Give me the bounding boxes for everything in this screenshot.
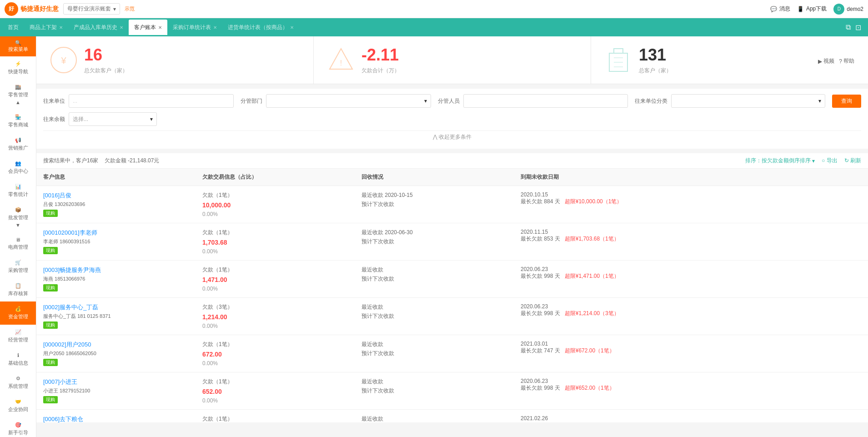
collapse-label: 收起更多条件 [439,134,472,140]
overdue-amount-3[interactable]: 超限¥1,214.00（3笔） [565,310,619,316]
sidebar-item-wholesale[interactable]: 📦 批发管理 ▼ [0,202,36,232]
overdue-amount-2[interactable]: 超限¥1,471.00（1笔） [565,273,619,279]
sidebar-item-basic-info-label: 基础信息 [8,360,28,367]
overdue-amount-4[interactable]: 超限¥672.00（1笔） [565,347,615,354]
main-layout: 🔍 搜索菜单 ⚡ 快捷导航 🏬 零售管理 ▲ 🏪 零售商城 📢 营销推广 � [0,36,868,437]
sidebar-item-guide[interactable]: 🎯 新手引导 [0,417,36,437]
sidebar-item-ecommerce[interactable]: 🖥 电商管理 [0,232,36,255]
balance-select[interactable]: 选择... ▾ [69,112,157,126]
overdue-amount-6[interactable]: 超限¥455.90（1笔） [565,422,615,422]
filter-group-source-unit: 往来单位 ... [43,94,234,108]
sidebar-item-inventory-label: 库存核算 [8,290,28,297]
customer-name-1[interactable]: [0001020001]李老师 [43,229,202,237]
sort-button[interactable]: 排序：按欠款金额倒序排序 ▾ [745,157,815,165]
table: 客户信息 欠款交易信息（占比） 回收情况 到期未收款日期 [0016]吕俊 吕俊… [36,169,868,422]
inventory-icon: 📋 [15,283,21,289]
stat-number-debt-customers: 16 [84,45,128,65]
stat-actions: ▶ 视频 ? 帮助 [818,55,854,65]
tab-purchase-order-stats-close[interactable]: ✕ [213,25,217,30]
sidebar-item-retail-stats[interactable]: 📊 零售统计 [0,179,36,202]
tab-customer-account-close[interactable]: ✕ [158,25,162,30]
customer-name-0[interactable]: [0016]吕俊 [43,191,202,200]
recovery-info-6: 最近收款 预计下次收款 [361,415,521,422]
tab-production-history[interactable]: 产成品入库单历史 ✕ [68,20,129,34]
sidebar-item-retail-mall[interactable]: 🏪 零售商城 [0,110,36,133]
sidebar-item-system[interactable]: ⚙ 系统管理 [0,371,36,394]
overdue-days-text-3: 最长欠款 998 天 [521,310,560,316]
avatar: D [833,4,844,15]
sidebar-item-purchase[interactable]: 🛒 采购管理 [0,255,36,278]
tab-purchase-order-stats[interactable]: 采购订单统计表 ✕ [167,20,222,34]
last-collection-5: 最近收款 [361,378,521,386]
customer-name-2[interactable]: [0003]畅捷服务尹海燕 [43,266,202,274]
classification-select[interactable]: ▾ [671,94,825,108]
refresh-label: 刷新 [850,157,861,164]
recovery-info-2: 最近收款 预计下次收款 [361,266,521,283]
stat-label-debt-amount: 欠款合计（万） [361,67,400,75]
results-debt-amount: 欠款金额 -21,148.07元 [105,157,160,164]
debt-amount-2: 1,471.00 [202,276,361,283]
customer-name-6[interactable]: [0006]去下粮仓 [43,415,202,422]
search-button[interactable]: 查询 [832,95,861,108]
customer-tag-4: 现购 [43,359,58,366]
sidebar-item-retail-mgmt[interactable]: 🏬 零售管理 ▲ [0,80,36,110]
source-unit-input[interactable]: ... [69,94,234,108]
overdue-amount-5[interactable]: 超限¥652.00（1笔） [565,385,615,391]
retail-stats-icon: 📊 [15,184,21,190]
tab-home[interactable]: 首页 [2,20,24,34]
source-unit-dots: ... [73,98,77,104]
sidebar-item-retail-mall-label: 零售商城 [8,121,28,128]
debt-info-5: 欠款（1笔） 652.00 0.00% [202,378,361,404]
customer-name-4[interactable]: [000002]用户2050 [43,341,202,349]
sidebar-item-enterprise-label: 企业协同 [8,406,28,413]
debt-count-2: 欠款（1笔） [202,266,361,274]
customer-info-3: [0002]服务中心_丁磊 服务中心_丁磊 181 0125 8371 现购 [43,303,202,329]
sidebar-item-finance[interactable]: 💰 资金管理 [0,301,36,325]
customer-name-3[interactable]: [0002]服务中心_丁磊 [43,303,202,311]
sidebar-item-quick-nav[interactable]: ⚡ 快捷导航 [0,56,36,80]
tab-purchase-by-product-close[interactable]: ✕ [290,25,294,30]
window-restore-icon[interactable]: ⧉ [846,23,851,32]
window-maximize-icon[interactable]: ⊡ [855,23,861,32]
sidebar-item-operations[interactable]: 📈 经营管理 [0,325,36,348]
help-icon: ? [839,58,842,65]
last-collection-2: 最近收款 [361,266,521,274]
debt-amount-1: 1,703.68 [202,239,361,246]
svg-rect-5 [614,49,623,53]
next-collection-1: 预计下次收款 [361,238,521,246]
username: demo2 [847,6,863,12]
overdue-info-2: 2020.06.23 最长欠款 998 天 超限¥1,471.00（1笔） [521,266,861,280]
brand-logo-text: 好 [9,5,14,13]
sidebar-item-basic-info[interactable]: ℹ 基础信息 [0,348,36,371]
collapse-bar[interactable]: ⋀ 收起更多条件 [43,131,861,143]
sidebar-item-inventory[interactable]: 📋 库存核算 [0,278,36,301]
dept-select[interactable]: ▾ [266,94,431,108]
tab-product-listing[interactable]: 商品上下架 ✕ [24,20,68,34]
user-menu[interactable]: D demo2 [833,4,863,15]
refresh-button[interactable]: ↻ 刷新 [844,157,861,165]
customer-name-5[interactable]: [0007]小进王 [43,378,202,386]
overdue-amount-0[interactable]: 超限¥10,000.00（1笔） [565,198,622,205]
overdue-amount-1[interactable]: 超限¥1,703.68（1笔） [565,236,619,242]
brand-logo: 好 [5,2,18,16]
tab-purchase-by-product[interactable]: 进货单统计表（按商品） ✕ [222,20,299,34]
customer-info-2: [0003]畅捷服务尹海燕 海燕 18513066976 现购 [43,266,202,291]
message-btn[interactable]: 💬 消息 [770,5,790,13]
sidebar-item-marketing[interactable]: 📢 营销推广 [0,133,36,156]
person-input[interactable] [463,94,628,108]
chevron-down-classification-icon: ▾ [818,98,821,104]
stats-bar: ¥ 16 总欠款客户（家） ! [36,36,868,84]
tab-production-history-close[interactable]: ✕ [120,25,123,30]
sidebar-item-enterprise[interactable]: 🤝 企业协同 [0,394,36,417]
help-btn[interactable]: ? 帮助 [839,57,854,65]
tab-product-listing-close[interactable]: ✕ [59,25,63,30]
col-customer-info: 客户信息 [43,173,202,181]
app-download-btn[interactable]: 📱 App下载 [797,5,827,13]
export-button[interactable]: ○ 导出 [822,157,838,165]
debt-amount-5: 652.00 [202,388,361,395]
sidebar-item-member[interactable]: 👥 会员中心 [0,156,36,179]
video-btn[interactable]: ▶ 视频 [818,57,834,65]
sidebar-search[interactable]: 🔍 搜索菜单 [0,36,36,56]
tab-customer-account[interactable]: 客户账本 ✕ [129,20,167,35]
store-selector[interactable]: 母婴行业演示账套 ▾ [63,3,120,15]
